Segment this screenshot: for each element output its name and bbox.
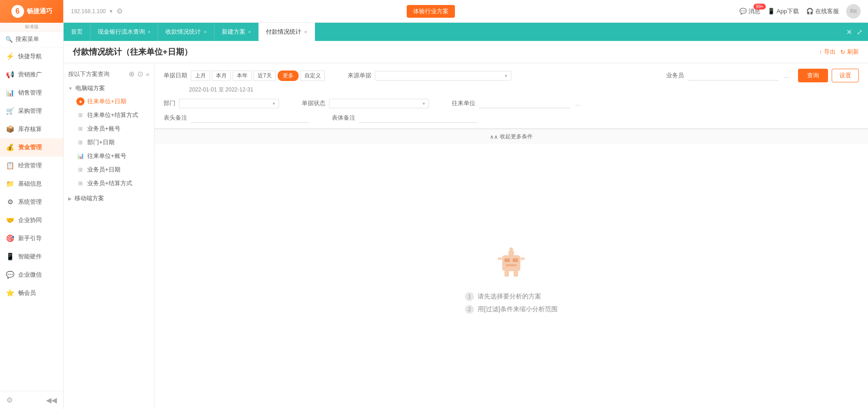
sidebar-item-marketing[interactable]: 📢 营销推广 [0,66,63,84]
scheme-item-salesman-settle[interactable]: ⊞ 业务员+结算方式 [64,177,154,190]
svg-rect-9 [514,271,518,277]
sidebar-item-enterprise[interactable]: 🤝 企业协同 [0,211,63,229]
empty-robot-icon [489,239,534,285]
tab-home[interactable]: 首页 [64,23,90,41]
collapse-btn-label: 收起更多条件 [500,133,533,141]
date-btn-custom[interactable]: 自定义 [300,71,325,81]
maximize-icon[interactable]: ⤢ [857,28,863,36]
page-header: 付款情况统计（往来单位+日期） ↑ 导出 ↻ 刷新 [64,41,868,63]
header-note-input[interactable] [191,113,309,123]
page-body: 按以下方案查询 ⊕ ⊙ « ▼ 电脑端方案 [64,63,868,409]
scheme-group-mobile-header[interactable]: ▶ 移动端方案 [64,192,154,205]
sidebar-item-basic-info[interactable]: 📁 基础信息 [0,175,63,193]
date-buttons: 上月 本月 本年 近7天 更多 自定义 [191,71,325,81]
sidebar-item-inventory[interactable]: 📦 库存核算 [0,120,63,138]
scheme-group-pc-header[interactable]: ▼ 电脑端方案 [64,82,154,95]
quick-nav-icon: ⚡ [5,52,15,61]
sidebar-item-label: 快捷导航 [18,52,42,61]
mobile-icon: 📱 [768,8,775,15]
filter-settings-button[interactable]: 设置 [832,69,859,82]
right-content: 单据日期 上月 本月 本年 近7天 更多 自定义 [155,63,868,409]
sidebar-item-member[interactable]: ⭐ 畅会员 [0,284,63,302]
salesman-ellipsis[interactable]: ... [784,72,789,79]
topbar: 192.168.1.100 ▾ ⚙ 体验行业方案 💬 消息 99+ 📱 App下… [64,0,868,23]
date-btn-this-month[interactable]: 本月 [212,71,231,81]
tab-bank-flow[interactable]: 现金银行流水查询 × [90,23,158,41]
refresh-label: 刷新 [847,48,859,56]
sidebar-item-guide[interactable]: 🎯 新手引导 [0,229,63,247]
scheme-item-contact-account[interactable]: 📊 往来单位+账号 [64,149,154,163]
contact-label: 往来单位 [452,99,475,107]
trial-button[interactable]: 体验行业方案 [407,5,455,18]
scheme-header-label: 按以下方案查询 [68,70,110,78]
tab-receipts-close-icon[interactable]: × [204,29,206,35]
tab-payments[interactable]: 付款情况统计 × [259,23,314,41]
search-menu-item[interactable]: 🔍 搜索菜单 [0,31,63,47]
scheme-item-contact-settle-label: 往来单位+结算方式 [87,111,138,119]
close-all-tabs-icon[interactable]: ✕ [846,28,852,36]
date-btn-last-month[interactable]: 上月 [191,71,210,81]
sidebar-item-label: 系统管理 [18,198,42,206]
topbar-settings-icon[interactable]: ⚙ [116,7,123,15]
refresh-button[interactable]: ↻ 刷新 [840,48,859,56]
contact-input[interactable] [479,98,570,108]
sidebar-item-wechat[interactable]: 💬 企业微信 [0,266,63,284]
sidebar-collapse-icon[interactable]: ◀◀ [46,396,57,404]
svg-rect-3 [506,264,517,266]
sidebar-settings-icon[interactable]: ⚙ [6,396,13,404]
filter-group-body-note: 表体备注 [332,113,477,123]
search-menu-label: 搜索菜单 [15,35,39,43]
scheme-settings-icon[interactable]: ⊙ [137,70,143,78]
scheme-collapse-icon[interactable]: « [146,71,150,78]
collapse-bar[interactable]: ∧∧ 收起更多条件 [155,129,868,144]
scheme-item-contact-date-label: 往来单位+日期 [87,97,126,106]
empty-tip-1: 1 请先选择要分析的方案 [465,292,558,301]
query-button[interactable]: 查询 [798,69,828,82]
dept-select[interactable]: ▾ [179,99,279,108]
date-btn-more[interactable]: 更多 [278,71,299,81]
sidebar-item-purchase[interactable]: 🛒 采购管理 [0,102,63,120]
notifications-button[interactable]: 💬 消息 99+ [739,7,760,15]
tab-new-scheme-close-icon[interactable]: × [248,29,251,35]
body-note-input[interactable] [359,113,477,123]
header-note-label: 表头备注 [164,114,187,122]
sidebar-item-system[interactable]: ⚙ 系统管理 [0,193,63,211]
scheme-item-dept-date[interactable]: ⊞ 部门+日期 [64,136,154,149]
sidebar-item-hardware[interactable]: 📱 智能硬件 [0,247,63,266]
salesman-input[interactable] [688,71,778,81]
scheme-item-salesman-date[interactable]: ⊞ 业务员+日期 [64,163,154,177]
app-download-label: App下载 [777,7,799,15]
source-select[interactable]: ▾ [375,71,511,81]
export-button[interactable]: ↑ 导出 [819,48,836,56]
scheme-item-table-icon-3: ⊞ [76,138,85,146]
doc-status-select[interactable]: ▾ [329,99,429,108]
filter-row-2: 部门 ▾ 单据状态 ▾ [164,98,859,108]
tab-new-scheme[interactable]: 新建方案 × [215,23,259,41]
filter-group-source: 来源单据 ▾ [348,71,644,81]
add-scheme-icon[interactable]: ⊕ [129,70,135,78]
user-avatar[interactable]: Rit [846,4,861,19]
address-dropdown-icon[interactable]: ▾ [110,8,113,15]
scheme-item-salesman-account[interactable]: ⊞ 业务员+账号 [64,122,154,136]
sidebar-item-quick-nav[interactable]: ⚡ 快捷导航 [0,47,63,66]
doc-status-label: 单据状态 [302,99,325,107]
sidebar-item-operations[interactable]: 📋 经营管理 [0,157,63,175]
sidebar-item-sales[interactable]: 📊 销售管理 [0,84,63,102]
contact-ellipsis[interactable]: ... [575,100,580,107]
date-btn-7days[interactable]: 近7天 [254,71,276,81]
filter-group-salesman: 业务员 ... [666,71,789,81]
scheme-item-contact-settle[interactable]: ⊞ 往来单位+结算方式 [64,108,154,122]
scheme-group-mobile: ▶ 移动端方案 [64,192,154,205]
mobile-group-label: 移动端方案 [75,194,104,202]
online-service-button[interactable]: 🎧 在线客服 [806,7,839,15]
scheme-item-table-icon-2: ⊞ [76,125,85,133]
tab-bank-flow-close-icon[interactable]: × [148,29,150,35]
date-btn-this-year[interactable]: 本年 [233,71,252,81]
tip-text-1: 请先选择要分析的方案 [478,293,541,301]
tab-payments-close-icon[interactable]: × [304,29,307,35]
app-download-button[interactable]: 📱 App下载 [768,7,799,15]
scheme-item-contact-date[interactable]: ● 往来单位+日期 [64,95,154,108]
sidebar-item-finance[interactable]: 💰 资金管理 [0,138,63,157]
tab-receipts[interactable]: 收款情况统计 × [158,23,214,41]
content-area: 付款情况统计（往来单位+日期） ↑ 导出 ↻ 刷新 [64,41,868,409]
